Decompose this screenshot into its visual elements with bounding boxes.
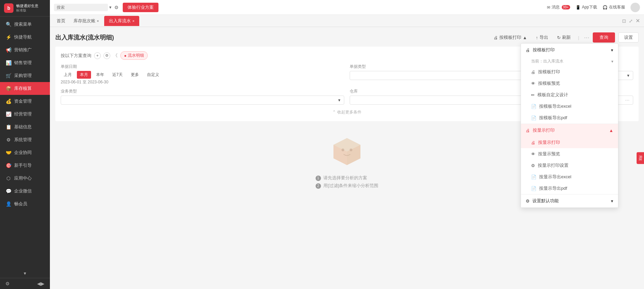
- refresh-button[interactable]: ↻ 刷新: [554, 33, 574, 42]
- date-quick-options: 上月 本月 本年 近7天 更多 自定义: [61, 71, 344, 79]
- sidebar-nav: 🔍搜索菜单⚡快捷导航📢营销推广📊销售管理🛒采购管理📦库存核算💰资金管理📈经营管理…: [0, 17, 50, 269]
- sidebar-item-销售管理[interactable]: 📊销售管理: [0, 56, 50, 69]
- template-design-item[interactable]: ✏ 模板自定义设计: [521, 89, 618, 101]
- export-icon: ↑: [536, 35, 538, 40]
- sidebar-settings-icon[interactable]: ⚙: [5, 281, 10, 286]
- display-print-section-header[interactable]: 🖨 按显示打印 ▲: [521, 124, 618, 137]
- active-filter-dot: ●: [124, 53, 126, 58]
- app-download-button[interactable]: 📱 App下载: [576, 4, 597, 10]
- message-button[interactable]: ✉ 消息 99+: [547, 4, 570, 10]
- date-this-month[interactable]: 本月: [77, 71, 91, 79]
- step-2-num: 2: [316, 183, 321, 189]
- sidebar-icon-3: 📊: [5, 60, 11, 65]
- filter-settings-button[interactable]: ⚙: [104, 52, 110, 59]
- right-floating-tab[interactable]: Rit: [637, 152, 644, 164]
- settings-button[interactable]: 设置: [618, 32, 639, 43]
- refresh-icon: ↻: [557, 35, 561, 40]
- topbar-gear-icon[interactable]: ⚙: [114, 5, 119, 10]
- template-print-section: 🖨 按模板打印 ▾ 当前：出入库流水 ▾ 🖨: [521, 44, 618, 124]
- date-range-text: 2023-06-01 至 2023-06-30: [61, 79, 344, 85]
- sidebar-icon-0: 🔍: [5, 22, 11, 27]
- topbar: ▾ ⚙ 体验行业方案 ✉ 消息 99+ 📱 App下载 🎧 在线客服: [50, 0, 644, 15]
- more-options-icon[interactable]: ⋯: [584, 34, 589, 41]
- sub-print-icon: 🖨: [531, 70, 535, 75]
- sidebar-label-9: 系统管理: [14, 137, 32, 143]
- tab-stock-flow[interactable]: 出入库流水 ×: [104, 16, 139, 26]
- tab-home[interactable]: 首页: [54, 16, 68, 26]
- template-export-excel-item[interactable]: 📄 按模板导出excel: [521, 101, 618, 112]
- display-print-settings-item[interactable]: ⚙ 按显示打印设置: [521, 160, 618, 171]
- sidebar-item-企业协同[interactable]: 🤝企业协同: [0, 146, 50, 159]
- display-export-excel-item[interactable]: 📄 按显示导出excel: [521, 171, 618, 183]
- sidebar-item-基础信息[interactable]: 📋基础信息: [0, 121, 50, 133]
- sidebar-label-12: 应用中心: [14, 175, 32, 181]
- sidebar-label-5: 库存核算: [14, 85, 32, 91]
- sidebar-collapse-icon[interactable]: ◀▶: [37, 281, 45, 286]
- date-custom[interactable]: 自定义: [144, 71, 162, 79]
- window-maximize-icon[interactable]: ⤢: [629, 18, 633, 24]
- sidebar-item-营销推广[interactable]: 📢营销推广: [0, 44, 50, 56]
- sidebar-label-3: 销售管理: [14, 60, 32, 66]
- search-input[interactable]: [54, 4, 108, 11]
- template-preview-item[interactable]: 👁 按模板预览: [521, 78, 618, 89]
- sidebar-label-2: 营销推广: [14, 47, 32, 53]
- sidebar-item-系统管理[interactable]: ⚙系统管理: [0, 133, 50, 146]
- avatar[interactable]: [631, 3, 640, 12]
- template-print-header-icon: 🖨: [526, 48, 530, 53]
- sidebar-icon-13: 💬: [5, 188, 11, 194]
- sidebar-item-应用中心[interactable]: ⬡应用中心: [0, 172, 50, 185]
- display-print-item[interactable]: 🖨 按显示打印: [521, 137, 618, 148]
- logo-icon: b: [4, 3, 13, 13]
- biz-type-select[interactable]: ▾: [61, 96, 344, 105]
- date-this-year[interactable]: 本年: [93, 71, 107, 79]
- filter-collapse-button[interactable]: 《: [113, 53, 118, 59]
- online-service-button[interactable]: 🎧 在线客服: [603, 4, 625, 10]
- sidebar-item-畅会员[interactable]: 👤畅会员: [0, 198, 50, 210]
- sidebar-item-快捷导航[interactable]: ⚡快捷导航: [0, 31, 50, 44]
- step-1-num: 1: [316, 176, 321, 181]
- window-restore-icon[interactable]: ⊡: [622, 18, 626, 24]
- sidebar-icon-10: 🤝: [5, 150, 11, 155]
- sidebar-icon-6: 💰: [5, 99, 11, 104]
- date-filter-field: 单据日期 上月 本月 本年 近7天 更多 自定义 2023-06-01 至 20…: [61, 64, 344, 85]
- warehouse-more-icon[interactable]: ⋯: [625, 98, 630, 103]
- template-print-section-header[interactable]: 🖨 按模板打印 ▾: [521, 44, 618, 56]
- sidebar-icon-2: 📢: [5, 47, 11, 53]
- sidebar-item-搜索菜单[interactable]: 🔍搜索菜单: [0, 18, 50, 31]
- panel-close-icon[interactable]: ✕: [636, 18, 640, 24]
- sidebar-icon-7: 📈: [5, 111, 11, 117]
- sidebar-item-库存核算[interactable]: 📦库存核算: [0, 82, 50, 95]
- date-last-month[interactable]: 上月: [61, 71, 75, 79]
- sidebar-item-经营管理[interactable]: 📈经营管理: [0, 108, 50, 121]
- export-button[interactable]: ↑ 导出: [533, 33, 551, 42]
- biz-select-dropdown-icon: ▾: [338, 98, 341, 103]
- filter-add-button[interactable]: +: [94, 52, 101, 59]
- tab-inventory-batch[interactable]: 库存批次账 ×: [69, 16, 104, 26]
- template-print-button[interactable]: 🖨 按模板打印 ▲: [491, 33, 530, 42]
- display-preview-item[interactable]: 👁 按显示预览: [521, 148, 618, 160]
- query-button[interactable]: 查询: [593, 32, 615, 43]
- sidebar-item-采购管理[interactable]: 🛒采购管理: [0, 69, 50, 82]
- sidebar-item-新手引导[interactable]: 🎯新手引导: [0, 159, 50, 172]
- template-print-item[interactable]: 🖨 按模板打印: [521, 66, 618, 78]
- sidebar-item-资金管理[interactable]: 💰资金管理: [0, 95, 50, 108]
- sidebar-item-企业微信[interactable]: 💬企业微信: [0, 185, 50, 198]
- sidebar-label-6: 资金管理: [14, 98, 32, 104]
- disp-settings-icon: ⚙: [531, 163, 535, 168]
- template-export-pdf-item[interactable]: 📄 按模板导出pdf: [521, 112, 618, 124]
- date-last-7-days[interactable]: 近7天: [109, 71, 126, 79]
- tab-stock-flow-close[interactable]: ×: [132, 19, 134, 23]
- default-settings-section-header[interactable]: ⚙ 设置默认功能 ▾: [521, 194, 618, 207]
- trial-button[interactable]: 体验行业方案: [123, 3, 158, 12]
- tab-inventory-batch-close[interactable]: ×: [97, 19, 99, 23]
- active-filter-tag[interactable]: ● 流水明细: [120, 51, 148, 60]
- display-export-pdf-item[interactable]: 📄 按显示导出pdf: [521, 183, 618, 194]
- date-more[interactable]: 更多: [128, 71, 142, 79]
- page: 出入库流水(流水明细) 🖨 按模板打印 ▲ ↑ 导出 ↻ 刷新: [50, 27, 644, 289]
- section-collapse-icon: ▾: [611, 48, 613, 53]
- scroll-down-button[interactable]: ▼: [1, 270, 49, 277]
- search-dropdown-icon[interactable]: ▾: [109, 5, 112, 10]
- sidebar-icon-12: ⬡: [5, 176, 11, 181]
- online-service-icon: 🎧: [603, 5, 608, 10]
- sidebar-scroll-down[interactable]: ▼: [0, 269, 50, 278]
